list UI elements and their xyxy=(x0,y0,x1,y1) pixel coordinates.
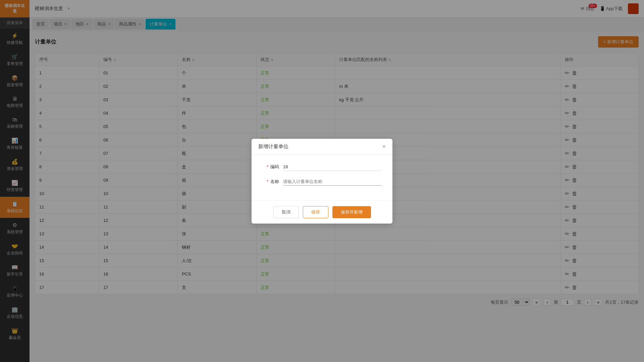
code-label: * 编码 xyxy=(262,164,279,170)
name-label: * 名称 xyxy=(262,179,279,185)
modal-header: 新增计量单位 × xyxy=(252,139,392,155)
required-star-code: * xyxy=(267,164,268,169)
modal-overlay[interactable]: 新增计量单位 × * 编码 * 名称 取消 保存 保存并新增 xyxy=(0,0,644,362)
save-button[interactable]: 保存 xyxy=(303,206,328,218)
code-input[interactable] xyxy=(283,163,382,171)
modal-footer: 取消 保存 保存并新增 xyxy=(252,200,392,224)
modal-title: 新增计量单位 xyxy=(258,143,288,150)
form-row-name: * 名称 xyxy=(262,178,382,186)
name-input[interactable] xyxy=(283,178,382,186)
save-continue-button[interactable]: 保存并新增 xyxy=(332,206,371,218)
required-star-name: * xyxy=(267,179,268,184)
modal-body: * 编码 * 名称 xyxy=(252,155,392,200)
cancel-button[interactable]: 取消 xyxy=(273,206,299,218)
form-row-code: * 编码 xyxy=(262,163,382,171)
modal-close-button[interactable]: × xyxy=(382,143,386,149)
add-unit-modal: 新增计量单位 × * 编码 * 名称 取消 保存 保存并新增 xyxy=(252,139,392,224)
